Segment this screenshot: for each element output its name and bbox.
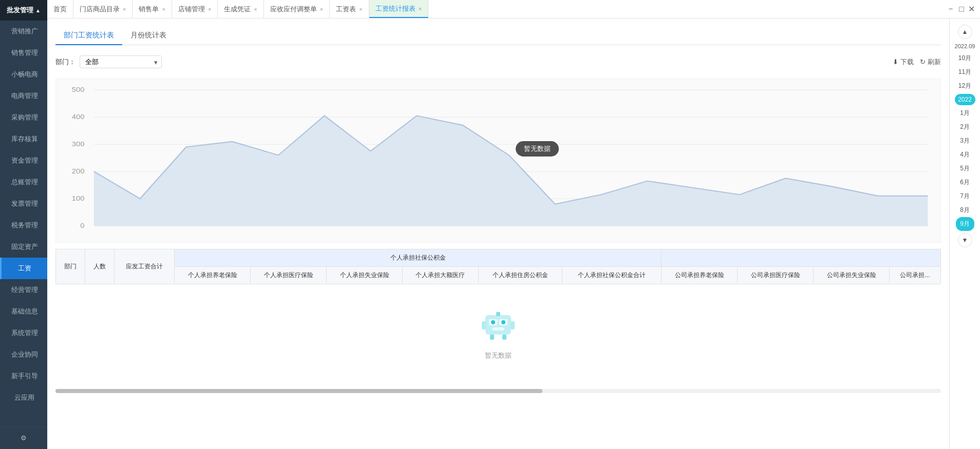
refresh-icon: ↻ — [920, 58, 926, 66]
tab-payroll-report[interactable]: 工资统计报表× — [369, 0, 428, 18]
table-header-row1: 部门人数应发工资合计个人承担社保公积金 — [56, 249, 941, 267]
download-icon: ⬇ — [893, 58, 898, 66]
tab-close-sales-order[interactable]: × — [162, 6, 165, 12]
timeline-month-8月[interactable]: 8月 — [950, 203, 980, 217]
data-table-wrapper: 部门人数应发工资合计个人承担社保公积金 个人承担养老保险个人承担医疗保险个人承担… — [55, 249, 941, 381]
tab-production[interactable]: 生成凭证× — [218, 0, 263, 18]
timeline-month-1月[interactable]: 1月 — [950, 106, 980, 120]
sidebar-item-cloud[interactable]: 云应用 — [0, 387, 47, 408]
timeline-panel: ▲ 2022.09 10月11月12月20221月2月3月4月5月6月7月8月9… — [949, 18, 980, 449]
svg-marker-12 — [94, 116, 928, 226]
sub-tab-month[interactable]: 月份统计表 — [122, 27, 175, 45]
th-col-5: 个人承担社保公积金合计 — [562, 267, 661, 284]
timeline-year-2022[interactable]: 2022 — [955, 94, 975, 105]
timeline-month-4月[interactable]: 4月 — [950, 148, 980, 162]
dept-label: 部门： — [55, 57, 76, 67]
th-count: 人数 — [85, 249, 114, 284]
tab-label-sales-order: 销售单 — [139, 5, 159, 14]
sidebar-item-marketing[interactable]: 营销推广 — [0, 21, 47, 42]
svg-rect-20 — [482, 321, 486, 329]
timeline-month-5月[interactable]: 5月 — [950, 162, 980, 175]
sidebar-top-menu[interactable]: 批发管理 ▲ — [0, 0, 47, 21]
sidebar-item-inventory[interactable]: 库存核算 — [0, 128, 47, 150]
empty-icon — [478, 305, 519, 346]
svg-rect-22 — [490, 335, 494, 340]
timeline-month-3月[interactable]: 3月 — [950, 134, 980, 148]
sidebar-item-operation[interactable]: 经营管理 — [0, 279, 47, 301]
svg-text:200: 200 — [72, 168, 85, 175]
timeline-month-2022-11月[interactable]: 11月 — [950, 65, 980, 79]
toolbar-right: ⬇ 下载 ↻ 刷新 — [893, 57, 941, 67]
tab-sales-order[interactable]: 销售单× — [133, 0, 172, 18]
tab-close-production[interactable]: × — [254, 6, 257, 12]
svg-text:0: 0 — [80, 222, 85, 229]
minimize-icon[interactable]: － — [947, 4, 955, 14]
svg-text:500: 500 — [72, 86, 85, 93]
table-head: 部门人数应发工资合计个人承担社保公积金 个人承担养老保险个人承担医疗保险个人承担… — [56, 249, 941, 284]
maximize-icon[interactable]: □ — [959, 5, 964, 14]
table-header-row2: 个人承担养老保险个人承担医疗保险个人承担失业保险个人承担大额医疗个人承担住房公积… — [56, 267, 941, 284]
timeline-month-2022-10月[interactable]: 10月 — [950, 51, 980, 65]
sidebar-item-sales[interactable]: 销售管理 — [0, 42, 47, 64]
tab-receivable[interactable]: 应收应付调整单× — [264, 0, 330, 18]
timeline-prev-nav[interactable]: ▲ — [958, 25, 972, 39]
tab-close-receivable[interactable]: × — [320, 6, 323, 12]
timeline-month-2022-12月[interactable]: 12月 — [950, 79, 980, 93]
th-dept: 部门 — [56, 249, 85, 284]
close-window-icon[interactable]: ✕ — [968, 4, 975, 14]
toolbar-left: 部门： 全部销售部财务部人事部技术部 — [55, 55, 162, 68]
sidebar-item-basic[interactable]: 基础信息 — [0, 301, 47, 322]
svg-rect-19 — [496, 312, 500, 316]
svg-rect-13 — [485, 315, 511, 335]
timeline-prev-year[interactable]: 2022.09 — [950, 41, 980, 51]
sidebar-item-invoice[interactable]: 发票管理 — [0, 193, 47, 214]
sidebar-item-ledger[interactable]: 总账管理 — [0, 171, 47, 193]
tab-close-payroll-report[interactable]: × — [419, 6, 422, 12]
sidebar-item-finance[interactable]: 资金管理 — [0, 150, 47, 171]
svg-rect-21 — [511, 321, 515, 329]
sub-tab-dept[interactable]: 部门工资统计表 — [55, 27, 122, 45]
tab-store-mgmt[interactable]: 店铺管理× — [172, 0, 218, 18]
th-col-9: 公司承担... — [890, 267, 941, 284]
th-col-2: 个人承担失业保险 — [327, 267, 403, 284]
tab-label-receivable: 应收应付调整单 — [270, 5, 317, 14]
svg-text:300: 300 — [72, 141, 85, 148]
sidebar-item-assets[interactable]: 固定资产 — [0, 236, 47, 258]
timeline-month-6月[interactable]: 6月 — [950, 175, 980, 189]
data-table: 部门人数应发工资合计个人承担社保公积金 个人承担养老保险个人承担医疗保险个人承担… — [55, 249, 941, 381]
timeline-month-2月[interactable]: 2月 — [950, 120, 980, 134]
svg-rect-23 — [502, 335, 506, 340]
sidebar-item-tax[interactable]: 税务管理 — [0, 214, 47, 236]
horizontal-scrollbar[interactable] — [55, 389, 941, 393]
timeline-next-nav[interactable]: ▼ — [958, 233, 972, 247]
sidebar: 批发管理 ▲ 营销推广销售管理小畅电商电商管理采购管理库存核算资金管理总账管理发… — [0, 0, 47, 449]
tab-close-store-catalog[interactable]: × — [123, 6, 126, 12]
timeline-month-9月[interactable]: 9月 — [956, 217, 974, 231]
tab-close-payroll-table[interactable]: × — [359, 6, 362, 12]
dept-select[interactable]: 全部销售部财务部人事部技术部 — [80, 55, 162, 68]
sidebar-item-ecommerce[interactable]: 电商管理 — [0, 85, 47, 107]
sidebar-settings[interactable]: ⚙ — [0, 426, 47, 449]
sidebar-items: 营销推广销售管理小畅电商电商管理采购管理库存核算资金管理总账管理发票管理税务管理… — [0, 21, 47, 426]
sidebar-item-payroll[interactable]: 工资 — [0, 258, 47, 279]
th-company — [662, 249, 941, 267]
page-content: 部门工资统计表月份统计表 部门： 全部销售部财务部人事部技术部 ⬇ 下载 — [47, 18, 949, 449]
th-salary: 应发工资合计 — [114, 249, 175, 284]
scrollbar-thumb[interactable] — [55, 389, 542, 393]
tab-close-store-mgmt[interactable]: × — [208, 6, 211, 12]
tab-label-production: 生成凭证 — [224, 5, 251, 14]
svg-text:400: 400 — [72, 113, 85, 121]
download-button[interactable]: ⬇ 下载 — [893, 57, 914, 67]
refresh-button[interactable]: ↻ 刷新 — [920, 57, 941, 67]
timeline-month-7月[interactable]: 7月 — [950, 189, 980, 203]
tab-store-catalog[interactable]: 门店商品目录× — [73, 0, 133, 18]
sidebar-item-ecommerce-small[interactable]: 小畅电商 — [0, 64, 47, 85]
sidebar-item-purchase[interactable]: 采购管理 — [0, 107, 47, 128]
sidebar-item-system[interactable]: 系统管理 — [0, 322, 47, 344]
sidebar-item-enterprise[interactable]: 企业协同 — [0, 344, 47, 365]
th-col-3: 个人承担大额医疗 — [402, 267, 478, 284]
tab-payroll-table[interactable]: 工资表× — [330, 0, 369, 18]
tab-label-payroll-report: 工资统计报表 — [375, 4, 416, 13]
tab-home[interactable]: 首页 — [47, 0, 73, 18]
sidebar-item-newuser[interactable]: 新手引导 — [0, 365, 47, 387]
